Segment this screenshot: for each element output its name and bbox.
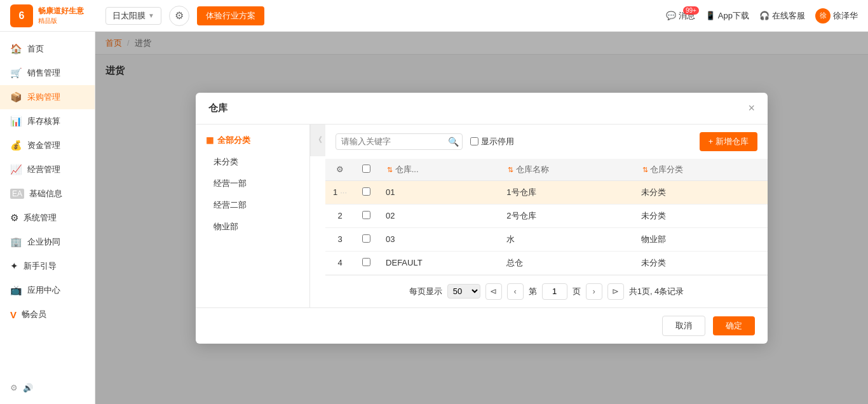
sidebar-item-operations[interactable]: 📈 经营管理 <box>0 158 95 182</box>
settings-bottom-icon[interactable]: ⚙ <box>10 383 18 393</box>
modal-title: 仓库 <box>208 102 227 114</box>
row-actions: 4 <box>325 251 355 274</box>
next-page-button[interactable]: › <box>586 283 602 300</box>
per-page-select[interactable]: 50 10 20 100 <box>447 284 480 299</box>
sidebar-item-inventory[interactable]: 📊 库存核算 <box>0 109 95 133</box>
prev-page-button[interactable]: ‹ <box>507 283 524 300</box>
row-name: 1号仓库 <box>499 180 633 204</box>
online-service-button[interactable]: 🎧 在线客服 <box>759 10 805 22</box>
sidebar-item-finance[interactable]: 💰 资金管理 <box>0 133 95 158</box>
purchase-icon: 📦 <box>10 91 22 103</box>
category-panel: ▦ 全部分类 未分类 经营一部 经营二部 物业部 <box>196 125 310 307</box>
finance-icon: 💰 <box>10 140 22 151</box>
settings-button[interactable]: ⚙ <box>169 6 189 26</box>
modal-header: 仓库 × <box>196 93 768 125</box>
chevron-down-icon: ▼ <box>148 12 154 19</box>
search-input-wrap: 🔍 <box>336 133 463 150</box>
category-item-ops2[interactable]: 经营二部 <box>196 194 309 216</box>
sidebar-item-guide[interactable]: ✦ 新手引导 <box>0 254 95 278</box>
sidebar-item-system[interactable]: ⚙ 系统管理 <box>0 206 95 230</box>
row-category: 未分类 <box>634 204 768 227</box>
user-menu-button[interactable]: 徐 徐泽华 <box>815 8 858 24</box>
row-category: 未分类 <box>634 180 768 204</box>
sidebar: 🏠 首页 🛒 销售管理 📦 采购管理 📊 库存核算 💰 资金管理 📈 经营管理 … <box>0 32 95 404</box>
enterprise-icon: 🏢 <box>10 236 22 248</box>
app-download-button[interactable]: 📱 App下载 <box>705 10 749 22</box>
collapse-category-button[interactable]: 《 <box>310 125 325 156</box>
store-selector[interactable]: 日太阳膜 ▼ <box>105 7 161 25</box>
first-page-button[interactable]: ⊲ <box>485 283 502 300</box>
confirm-button[interactable]: 确定 <box>713 316 755 335</box>
row-code: 03 <box>378 227 499 251</box>
volume-icon[interactable]: 🔊 <box>23 383 33 393</box>
row-checkbox-cell <box>355 204 378 227</box>
row-checkbox[interactable] <box>362 211 370 219</box>
logo-badge: 精品版 <box>38 17 84 25</box>
category-item-property[interactable]: 物业部 <box>196 216 309 238</box>
messages-button[interactable]: 💬 消息 99+ <box>666 10 695 22</box>
row-checkbox[interactable] <box>362 234 370 243</box>
logo-icon: 6 <box>10 4 33 27</box>
vip-icon: V <box>10 309 17 320</box>
last-page-button[interactable]: ⊳ <box>607 283 624 300</box>
show-disabled-label[interactable]: 显示停用 <box>470 136 514 147</box>
page-number-input[interactable] <box>542 283 567 300</box>
top-header: 6 畅康道好生意 精品版 日太阳膜 ▼ ⚙ 体验行业方案 💬 消息 99+ 📱 … <box>0 0 868 32</box>
grid-icon: ▦ <box>206 135 214 145</box>
sidebar-item-home[interactable]: 🏠 首页 <box>0 37 95 61</box>
warehouse-table: ⚙ ⇅ 仓库... <box>325 159 768 275</box>
category-all-button[interactable]: ▦ 全部分类 <box>196 130 309 151</box>
search-input[interactable] <box>341 137 448 146</box>
cancel-button[interactable]: 取消 <box>662 316 705 336</box>
table-header-row: ⚙ ⇅ 仓库... <box>325 159 768 181</box>
gear-icon: ⚙ <box>336 165 344 174</box>
th-code: ⇅ 仓库... <box>378 159 499 181</box>
row-category: 未分类 <box>634 251 768 274</box>
category-item-unclassified[interactable]: 未分类 <box>196 151 309 173</box>
modal-close-button[interactable]: × <box>748 102 755 115</box>
row-name: 2号仓库 <box>499 204 633 227</box>
avatar: 徐 <box>815 8 831 24</box>
row-checkbox-cell <box>355 251 378 274</box>
logo-text: 畅康道好生意 精品版 <box>38 6 84 25</box>
collapse-icon: 《 <box>315 135 322 145</box>
sidebar-item-appcenter[interactable]: 📺 应用中心 <box>0 278 95 302</box>
name-sort-icon: ⇅ <box>508 166 513 173</box>
search-icon: 🔍 <box>448 137 459 147</box>
basic-icon: EA <box>10 189 24 199</box>
sidebar-item-vip[interactable]: V 畅会员 <box>0 302 95 327</box>
row-checkbox[interactable] <box>362 258 370 266</box>
table-row[interactable]: 2 02 2号仓库 未分类 <box>325 204 768 227</box>
row-code: DEFAULT <box>378 251 499 274</box>
row-actions: 1··· <box>325 180 355 204</box>
modal-overlay: 仓库 × ▦ 全部分类 未分类 经营一部 经营二部 物业部 <box>95 32 868 404</box>
message-icon: 💬 <box>666 11 676 20</box>
trial-button[interactable]: 体验行业方案 <box>197 6 264 25</box>
row-category: 物业部 <box>634 227 768 251</box>
message-badge: 99+ <box>683 6 699 15</box>
row-actions: 3 <box>325 227 355 251</box>
table-row[interactable]: 4 DEFAULT 总仓 未分类 <box>325 251 768 274</box>
table-row[interactable]: 3 03 水 物业部 <box>325 227 768 251</box>
table-toolbar: 🔍 显示停用 + 新增仓库 <box>325 125 768 159</box>
home-icon: 🏠 <box>10 43 22 55</box>
th-category: ⇅ 仓库分类 <box>634 159 768 181</box>
logo-area: 6 畅康道好生意 精品版 <box>10 4 105 27</box>
sidebar-item-purchase[interactable]: 📦 采购管理 <box>0 85 95 109</box>
table-panel: 🔍 显示停用 + 新增仓库 <box>325 125 768 307</box>
th-checkbox <box>355 159 378 181</box>
show-disabled-checkbox[interactable] <box>470 137 478 145</box>
sidebar-item-enterprise[interactable]: 🏢 企业协同 <box>0 230 95 254</box>
row-checkbox[interactable] <box>362 187 370 196</box>
app-icon: 📱 <box>705 11 715 20</box>
operations-icon: 📈 <box>10 164 22 175</box>
select-all-checkbox[interactable] <box>362 165 370 173</box>
table-row[interactable]: 1··· 01 1号仓库 未分类 <box>325 180 768 204</box>
header-middle: 日太阳膜 ▼ ⚙ 体验行业方案 <box>105 6 666 26</box>
sidebar-item-sales[interactable]: 🛒 销售管理 <box>0 61 95 85</box>
sidebar-item-basic[interactable]: EA 基础信息 <box>0 182 95 206</box>
add-warehouse-button[interactable]: + 新增仓库 <box>700 132 757 151</box>
warehouse-modal: 仓库 × ▦ 全部分类 未分类 经营一部 经营二部 物业部 <box>196 93 768 344</box>
category-item-ops1[interactable]: 经营一部 <box>196 173 309 194</box>
category-sort-icon: ⇅ <box>642 166 648 173</box>
